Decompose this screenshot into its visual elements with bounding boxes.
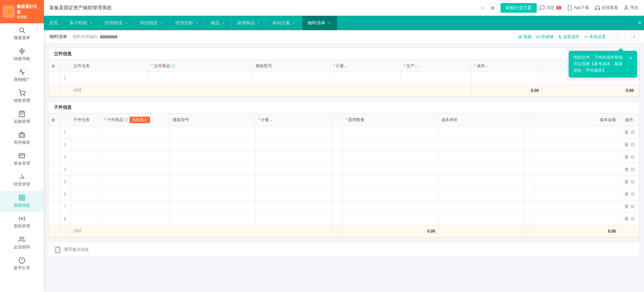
- settings-icon[interactable]: ⚙: [488, 3, 498, 13]
- parent-cell-num-1: 1: [60, 72, 71, 84]
- copy-icon-2[interactable]: ⧉: [631, 142, 634, 148]
- child-row-7: 7 🗑⧉: [49, 200, 640, 213]
- tab-home[interactable]: 首页: [44, 16, 64, 30]
- online-service-item[interactable]: 在线客服: [595, 5, 618, 11]
- child-cell-warehouse-1[interactable]: [71, 126, 101, 139]
- child-cell-qty-1[interactable]: [343, 126, 438, 139]
- tab-business-history[interactable]: 经营历程 ×: [170, 16, 205, 30]
- parent-col-spec: 规格型号: [252, 60, 330, 72]
- tab-close-business-status[interactable]: ×: [124, 21, 129, 25]
- tab-close-business-history[interactable]: ×: [195, 21, 199, 25]
- child-cell-unit-1[interactable]: [255, 126, 332, 139]
- delete-icon-6[interactable]: 🗑: [624, 191, 629, 197]
- tab-profit-report[interactable]: 利润报告 ×: [135, 16, 170, 30]
- sidebar-item-sales[interactable]: 销售管理: [0, 86, 44, 107]
- child-col-cost-amount: 成本金额: [534, 114, 619, 126]
- tab-close-profit-report[interactable]: ×: [159, 21, 164, 25]
- child-table: ⚙ 子件仓库 * 子件商品 ⓘ 扫码录入 规格型号 * 计量... * 需用数量…: [48, 114, 640, 237]
- sidebar-item-search[interactable]: 搜索菜单: [0, 23, 44, 44]
- trial-btn[interactable]: 体验行业方案: [500, 3, 537, 13]
- delete-icon-3[interactable]: 🗑: [624, 154, 629, 160]
- list-icon-btn[interactable]: ≡: [630, 33, 639, 40]
- parent-section-title: 父件信息: [48, 48, 640, 60]
- code-value: 0000005: [100, 34, 117, 39]
- copy-icon-4[interactable]: ⧉: [631, 166, 634, 172]
- tab-close-barcode[interactable]: ×: [292, 21, 296, 25]
- child-col-settings[interactable]: ⚙: [49, 114, 60, 126]
- parent-cell-cost-1[interactable]: [471, 72, 542, 84]
- message-icon-item[interactable]: 消息 6: [540, 5, 561, 11]
- tab-customer[interactable]: 客户联络 ×: [64, 16, 99, 30]
- single-settings-action[interactable]: 单据设置: [584, 34, 606, 40]
- user-item[interactable]: 用友: [623, 5, 639, 11]
- sidebar-item-purchase[interactable]: 采购管理: [0, 107, 44, 128]
- parent-col-settings[interactable]: ⚙: [49, 60, 60, 72]
- delete-icon-2[interactable]: 🗑: [624, 142, 629, 148]
- child-cell-unit-cost-1[interactable]: [438, 126, 523, 139]
- copy-icon-3[interactable]: ⧉: [631, 154, 634, 160]
- note-input[interactable]: [64, 247, 634, 252]
- child-cell-spec-1[interactable]: [170, 126, 255, 139]
- delete-icon-8[interactable]: 🗑: [624, 216, 629, 222]
- sidebar-item-marketing[interactable]: 营销推广: [0, 65, 44, 86]
- copy-icon-6[interactable]: ⧉: [631, 191, 634, 197]
- sidebar-item-guide[interactable]: 新手引导: [0, 254, 44, 275]
- sidebar-item-system[interactable]: 系统管理: [0, 212, 44, 233]
- delete-icon-4[interactable]: 🗑: [624, 166, 629, 172]
- delete-icon-7[interactable]: 🗑: [624, 203, 629, 209]
- copy-icon-5[interactable]: ⧉: [631, 179, 634, 185]
- child-subtotal-cost-amount: 0.00: [534, 225, 619, 237]
- parent-cell-goods-1[interactable]: [148, 72, 252, 84]
- code-label: 物料清单编码: [73, 34, 97, 40]
- sidebar-item-quick-nav[interactable]: 快捷导航: [0, 44, 44, 65]
- sidebar-item-enterprise[interactable]: 企业协同: [0, 233, 44, 254]
- copy-icon-1[interactable]: ⧉: [631, 129, 634, 135]
- close-all-icon[interactable]: ×: [638, 20, 641, 26]
- svg-rect-7: [19, 154, 25, 158]
- copy-icon-7[interactable]: ⧉: [631, 203, 634, 209]
- parent-cell-unit-1[interactable]: [330, 72, 401, 84]
- sidebar-item-finance[interactable]: 资金管理: [0, 149, 44, 170]
- tab-close-customer[interactable]: ×: [89, 21, 94, 25]
- tab-barcode[interactable]: 条码方案 ×: [267, 16, 302, 30]
- nav-prev-btn[interactable]: ‹: [610, 33, 617, 40]
- tab-goods[interactable]: 商品 ×: [205, 16, 232, 30]
- tab-close-new-goods[interactable]: ×: [256, 21, 261, 25]
- copy-icon-8[interactable]: ⧉: [631, 216, 634, 222]
- shortcut-action[interactable]: 快捷键: [536, 34, 554, 40]
- extract-cost-action[interactable]: 提取成本: [558, 34, 580, 40]
- child-cell-goods-1[interactable]: [101, 126, 170, 139]
- tooltip-box: × 您的父件、子件的成本取值可以选择【参考成本、最新进价、平均成本】: [569, 51, 637, 78]
- delete-icon-5[interactable]: 🗑: [624, 179, 629, 185]
- note-icon: 📋: [54, 246, 61, 253]
- parent-col-cost: * 成本...: [471, 60, 542, 72]
- tab-bom[interactable]: 物料清单 ×: [302, 16, 337, 30]
- child-row-5: 5 🗑⧉: [49, 176, 640, 188]
- sidebar-item-basic-info[interactable]: 基础信息: [0, 191, 44, 212]
- sidebar-item-inventory[interactable]: 库存核算: [0, 128, 44, 149]
- svg-point-24: [520, 36, 521, 37]
- parent-cell-spec-1[interactable]: [252, 72, 330, 84]
- view-action[interactable]: 视频: [518, 34, 532, 40]
- main-area: 装备及固定资产辅助管理系统 ⚙ 体验行业方案 消息 6 App下载 在线客服 用…: [44, 0, 644, 292]
- parent-cell-production-1[interactable]: [401, 72, 471, 84]
- tab-close-goods[interactable]: ×: [221, 21, 226, 25]
- tab-close-bom[interactable]: ×: [327, 21, 332, 25]
- tab-new-goods[interactable]: 新增商品 ×: [232, 16, 267, 30]
- nav-tabs: 首页 客户联络 × 经营情况 × 利润报告 × 经营历程 × 商品 × 新增商品…: [44, 16, 644, 30]
- app-download-item[interactable]: App下载: [567, 5, 589, 11]
- svg-line-1: [23, 32, 25, 33]
- phone-icon: [567, 5, 572, 11]
- keyboard-icon: [536, 35, 540, 39]
- tooltip-close-btn[interactable]: ×: [630, 54, 632, 62]
- parent-section: 父件信息 ⚙ 父件仓库 * 父件商品 ⓘ 规格型号 * 计量... * 生产..…: [48, 48, 640, 97]
- tab-close-all-btn[interactable]: ×: [635, 16, 644, 30]
- nav-next-btn[interactable]: ›: [618, 33, 626, 40]
- scan-input-btn[interactable]: 扫码录入: [129, 117, 150, 123]
- parent-cell-warehouse-1[interactable]: [71, 72, 148, 84]
- tab-business-status[interactable]: 经营情况 ×: [99, 16, 135, 30]
- sidebar-item-business[interactable]: 经营管理: [0, 170, 44, 191]
- view-icon: [518, 35, 522, 39]
- svg-point-0: [20, 28, 24, 32]
- delete-icon-1[interactable]: 🗑: [624, 129, 629, 135]
